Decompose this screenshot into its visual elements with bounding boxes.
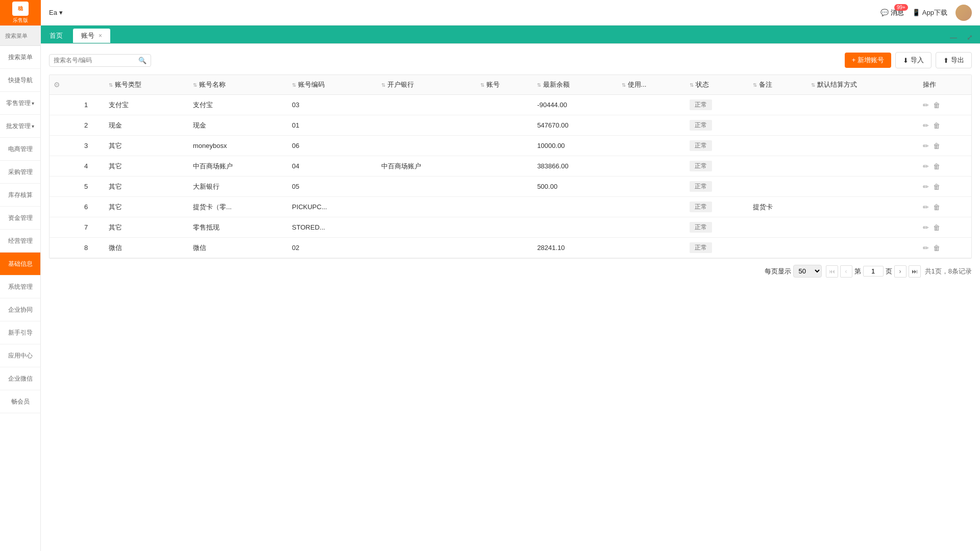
delete-btn[interactable]: 🗑 (933, 183, 940, 191)
col-settings[interactable]: ⚙ (50, 75, 80, 95)
edit-btn[interactable]: ✏ (923, 162, 929, 170)
cell-account-name: 提货卡（零... (189, 197, 288, 217)
cell-status: 正常 (685, 238, 749, 258)
sidebar-label: 企业微信 (8, 374, 33, 383)
sidebar-item-ecommerce[interactable]: 电商管理 (0, 138, 40, 161)
delete-btn[interactable]: 🗑 (933, 223, 940, 232)
sidebar-item-inventory[interactable]: 库存核算 (0, 184, 40, 207)
sidebar-item-system[interactable]: 系统管理 (0, 276, 40, 298)
cell-row-num: 3 (80, 136, 105, 156)
sidebar-label: 搜索菜单 (8, 53, 33, 62)
sidebar-item-guide[interactable]: 新手引导 (0, 321, 40, 344)
app-download-btn[interactable]: 📱 App下载 (912, 8, 947, 17)
next-page-btn[interactable]: › (894, 265, 906, 278)
cell-usage (618, 95, 686, 115)
edit-btn[interactable]: ✏ (923, 101, 929, 109)
cell-account-type: 其它 (105, 177, 189, 197)
accounts-table-wrap: ⚙ ⇅账号类型 ⇅账号名称 ⇅账号编码 ⇅开户银行 ⇅账号 ⇅最新余额 ⇅使用.… (49, 74, 972, 259)
edit-btn[interactable]: ✏ (923, 183, 929, 191)
col-status[interactable]: ⇅状态 (685, 75, 749, 95)
sidebar-item-agreement[interactable]: 企业协同 (0, 298, 40, 321)
export-btn[interactable]: ⬆ 导出 (936, 52, 972, 68)
col-balance[interactable]: ⇅最新余额 (533, 75, 617, 95)
cell-default-payment (807, 177, 919, 197)
last-page-btn[interactable]: ⏭ (909, 265, 921, 278)
company-dropdown[interactable]: Ea ▾ (49, 9, 63, 16)
settings-icon[interactable]: ⚙ (54, 81, 60, 89)
col-account-name[interactable]: ⇅账号名称 (189, 75, 288, 95)
per-page-select[interactable]: 50 100 200 (793, 265, 822, 278)
sidebar-item-retail[interactable]: 零售管理▾ (0, 92, 40, 115)
tab-maximize-btn[interactable]: ⤢ (964, 31, 976, 43)
col-account-type[interactable]: ⇅账号类型 (105, 75, 189, 95)
sidebar-search-box[interactable] (0, 26, 41, 46)
search-input[interactable] (54, 57, 138, 64)
col-account-code[interactable]: ⇅账号编码 (288, 75, 377, 95)
col-bank[interactable]: ⇅开户银行 (377, 75, 476, 95)
cell-account-no (476, 197, 533, 217)
col-usage[interactable]: ⇅使用... (618, 75, 686, 95)
status-badge: 正常 (690, 181, 712, 192)
search-box[interactable]: 🔍 (49, 54, 151, 67)
sidebar-item-wholesale[interactable]: 批发管理▾ (0, 115, 40, 138)
first-page-btn[interactable]: ⏮ (826, 265, 838, 278)
add-account-btn[interactable]: + 新增账号 (845, 53, 891, 68)
delete-btn[interactable]: 🗑 (933, 121, 940, 130)
cell-account-name: 支付宝 (189, 95, 288, 115)
tab-minimize-btn[interactable]: — (947, 31, 960, 43)
sidebar-search-input[interactable] (5, 33, 36, 39)
content-area: 🔍 + 新增账号 ⬇ 导入 ⬆ 导出 ⚙ (41, 44, 980, 551)
user-avatar[interactable] (955, 5, 972, 21)
cell-balance: 500.00 (533, 177, 617, 197)
edit-btn[interactable]: ✏ (923, 244, 929, 252)
col-remarks[interactable]: ⇅备注 (749, 75, 807, 95)
cell-balance (533, 217, 617, 238)
col-account-no[interactable]: ⇅账号 (476, 75, 533, 95)
prev-page-btn[interactable]: ‹ (840, 265, 852, 278)
delete-btn[interactable]: 🗑 (933, 101, 940, 109)
tab-home[interactable]: 首页 (41, 28, 71, 43)
status-badge: 正常 (690, 120, 712, 131)
cell-usage (618, 115, 686, 136)
col-default-payment[interactable]: ⇅默认结算方式 (807, 75, 919, 95)
sidebar-label: 系统管理 (8, 283, 33, 291)
cell-account-name: moneybosx (189, 136, 288, 156)
tab-account[interactable]: 账号 × (72, 28, 111, 43)
delete-btn[interactable]: 🗑 (933, 162, 940, 170)
delete-btn[interactable]: 🗑 (933, 244, 940, 252)
cell-account-type: 其它 (105, 217, 189, 238)
delete-btn[interactable]: 🗑 (933, 142, 940, 150)
sidebar-item-app-center[interactable]: 应用中心 (0, 344, 40, 367)
status-badge: 正常 (690, 222, 712, 233)
sidebar-item-purchase[interactable]: 采购管理 (0, 161, 40, 184)
cell-default-payment (807, 156, 919, 177)
search-icon[interactable]: 🔍 (138, 57, 146, 64)
sidebar-item-finance[interactable]: 资金管理 (0, 207, 40, 230)
tab-account-label: 账号 (81, 31, 94, 40)
sidebar-item-quick-nav[interactable]: 快捷导航 (0, 69, 40, 92)
edit-btn[interactable]: ✏ (923, 223, 929, 232)
cell-empty (50, 156, 80, 177)
import-btn[interactable]: ⬇ 导入 (895, 52, 932, 68)
page-input[interactable] (863, 266, 884, 277)
messages-btn[interactable]: 💬 消息 99+ (880, 8, 904, 17)
action-btns: ✏ 🗑 (923, 223, 967, 232)
table-header-row: ⚙ ⇅账号类型 ⇅账号名称 ⇅账号编码 ⇅开户银行 ⇅账号 ⇅最新余额 ⇅使用.… (50, 75, 971, 95)
sidebar-item-operations[interactable]: 经营管理 (0, 230, 40, 253)
tab-account-close[interactable]: × (99, 32, 102, 39)
cell-row-num: 4 (80, 156, 105, 177)
status-badge: 正常 (690, 99, 712, 110)
action-btns: ✏ 🗑 (923, 121, 967, 130)
delete-btn[interactable]: 🗑 (933, 203, 940, 211)
edit-btn[interactable]: ✏ (923, 121, 929, 130)
sidebar-item-wechat[interactable]: 企业微信 (0, 367, 40, 390)
cell-actions: ✏ 🗑 (919, 177, 971, 197)
edit-btn[interactable]: ✏ (923, 142, 929, 150)
sidebar-label: 库存核算 (8, 191, 33, 199)
export-icon: ⬆ (943, 57, 949, 64)
sidebar-item-member[interactable]: 畅会员 (0, 390, 40, 413)
edit-btn[interactable]: ✏ (923, 203, 929, 211)
cell-account-type: 其它 (105, 136, 189, 156)
sidebar-item-search[interactable]: 搜索菜单 (0, 46, 40, 69)
sidebar-item-basic-info[interactable]: 基础信息 (0, 253, 40, 276)
